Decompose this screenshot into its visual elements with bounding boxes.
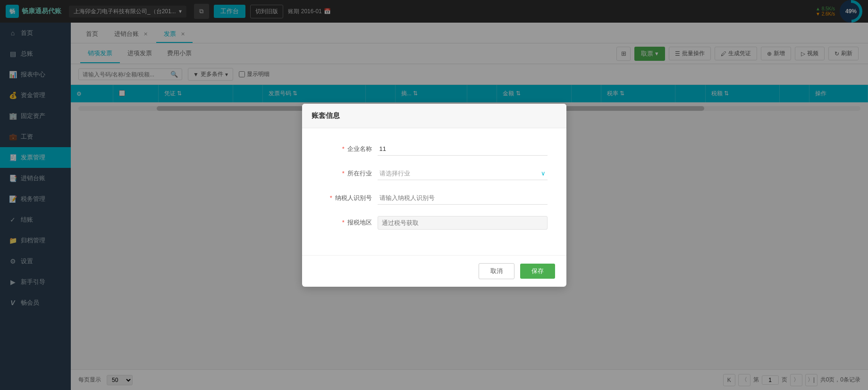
company-name-row: * 企业名称 [321, 142, 548, 156]
industry-required-mark: * [342, 170, 345, 177]
industry-row: * 所在行业 请选择行业 ∨ [321, 167, 548, 180]
modal-body: * 企业名称 * 所在行业 请选择行业 ∨ [302, 128, 566, 255]
company-name-input[interactable] [378, 142, 548, 156]
tax-id-row: * 纳税人识别号 [321, 191, 548, 205]
tax-region-required-mark: * [342, 219, 345, 226]
tax-id-input[interactable] [378, 191, 548, 205]
industry-select-wrap: 请选择行业 ∨ [378, 167, 548, 180]
modal-title: 账套信息 [312, 111, 340, 119]
company-required-mark: * [342, 145, 345, 152]
tax-region-input [378, 216, 548, 230]
industry-select[interactable]: 请选择行业 [378, 167, 548, 180]
modal-header: 账套信息 [302, 104, 566, 128]
modal-footer: 取消 保存 [302, 255, 566, 287]
tax-region-label: * 报税地区 [321, 218, 378, 227]
tax-id-label: * 纳税人识别号 [321, 194, 378, 202]
industry-label: * 所在行业 [321, 169, 378, 178]
cancel-button[interactable]: 取消 [479, 263, 514, 279]
company-name-label: * 企业名称 [321, 145, 378, 153]
tax-region-row: * 报税地区 [321, 216, 548, 230]
account-info-modal: 账套信息 * 企业名称 * 所在行业 请选择行业 [302, 104, 566, 287]
tax-id-required-mark: * [330, 194, 332, 201]
modal-overlay: 账套信息 * 企业名称 * 所在行业 请选择行业 [0, 0, 868, 390]
save-button[interactable]: 保存 [520, 264, 555, 279]
